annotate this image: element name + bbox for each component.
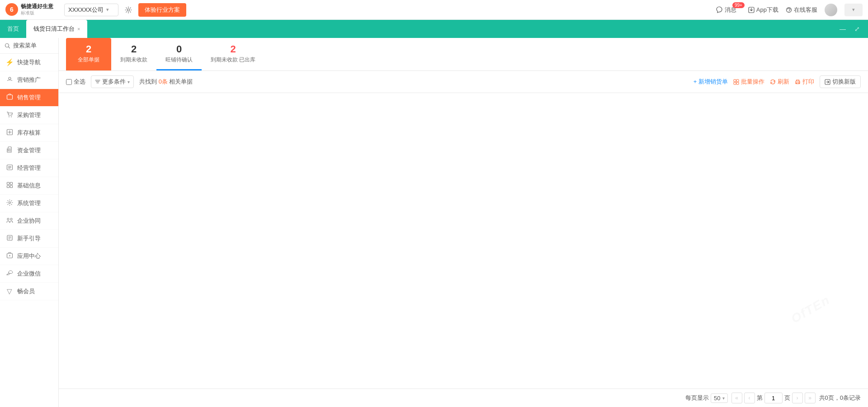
last-page-button[interactable]: » — [805, 393, 816, 403]
sidebar-label-wechat: 企业微信 — [17, 270, 41, 278]
found-count: 0条 — [159, 78, 168, 85]
logo-icon: 6 — [5, 3, 18, 16]
page-size-dropdown[interactable]: 50 ▾ — [711, 393, 727, 403]
inventory-icon — [5, 129, 14, 137]
filter-button[interactable]: 更多条件 ▾ — [91, 75, 134, 88]
online-service-button[interactable]: 在线客服 — [786, 6, 817, 14]
svg-rect-16 — [10, 186, 12, 188]
sidebar-item-marketing[interactable]: 营销推广 — [0, 71, 58, 89]
batch-operations-button[interactable]: 批量操作 — [733, 78, 764, 86]
svg-rect-25 — [736, 82, 739, 84]
prev-page-button[interactable]: ‹ — [744, 393, 755, 403]
industry-button[interactable]: 体验行业方案 — [138, 3, 186, 17]
tab-actions: — ⤢ — [837, 23, 868, 34]
print-button[interactable]: 打印 — [795, 78, 814, 86]
user-menu[interactable]: ▾ — [844, 4, 863, 16]
stats-tab-overdue[interactable]: 2 到期未收款 — [111, 38, 156, 70]
sidebar-item-quick-nav[interactable]: ⚡ 快捷导航 — [0, 54, 58, 71]
stats-tab-all[interactable]: 2 全部单据 — [66, 38, 111, 70]
tab-home-label: 首页 — [7, 25, 19, 33]
sidebar-item-guide[interactable]: 新手引导 — [0, 230, 58, 248]
filter-label: 更多条件 — [102, 78, 126, 86]
maximize-button[interactable]: ⤢ — [852, 23, 863, 34]
cooperation-icon — [5, 217, 14, 225]
svg-point-18 — [7, 218, 9, 220]
company-name: XXXXXX公司 — [68, 6, 104, 14]
tab-bar: 首页 钱货日清工作台 × — ⤢ — [0, 20, 868, 38]
add-label: + 新增销货单 — [693, 78, 728, 86]
stats-num-all: 2 — [86, 43, 91, 55]
select-all-checkbox[interactable]: 全选 — [66, 78, 85, 86]
company-selector[interactable]: XXXXXX公司 ▾ — [64, 4, 118, 16]
member-icon: ▽ — [5, 287, 14, 295]
switch-version-button[interactable]: 切换新版 — [820, 75, 861, 88]
next-page-button[interactable]: › — [792, 393, 803, 403]
tab-cashflow[interactable]: 钱货日清工作台 × — [26, 20, 87, 38]
stats-tab-overdue-out[interactable]: 2 到期未收款 已出库 — [202, 38, 264, 70]
toolbar-left: 全选 更多条件 ▾ 共找到 0条 相关单据 — [66, 75, 688, 88]
print-label: 打印 — [802, 78, 814, 86]
logo-area: 6 畅捷通好生意 标准版 — [5, 3, 64, 16]
stats-tabs: 2 全部单据 2 到期未收款 0 旺铺待确认 2 到期未收款 已出库 — [59, 38, 868, 71]
sidebar-item-wechat[interactable]: 企业微信 — [0, 265, 58, 283]
header-right: 消息 99+ App下载 在线客服 ▾ — [716, 4, 863, 16]
sidebar-item-operations[interactable]: 经营管理 — [0, 159, 58, 177]
sidebar-item-system[interactable]: 系统管理 — [0, 195, 58, 212]
avatar[interactable] — [825, 4, 837, 16]
sidebar-label-sales: 销售管理 — [17, 94, 41, 102]
sidebar-item-purchase[interactable]: 采购管理 — [0, 107, 58, 124]
svg-point-8 — [11, 117, 12, 117]
stats-label-pending: 旺铺待确认 — [165, 56, 193, 64]
sidebar-item-finance[interactable]: 资金管理 — [0, 142, 58, 159]
service-label: 在线客服 — [794, 6, 817, 14]
sidebar-label-purchase: 采购管理 — [17, 111, 41, 119]
chevron-down-icon: ▾ — [106, 7, 109, 13]
stats-tab-pending[interactable]: 0 旺铺待确认 — [156, 38, 202, 70]
operations-icon — [5, 164, 14, 172]
sidebar-label-cooperation: 企业协同 — [17, 217, 41, 225]
sidebar-item-member[interactable]: ▽ 畅会员 — [0, 283, 58, 300]
svg-point-17 — [9, 202, 10, 204]
stats-num-overdue-out: 2 — [231, 43, 236, 55]
app-download-button[interactable]: App下载 — [748, 6, 778, 14]
first-page-button[interactable]: « — [731, 393, 742, 403]
tab-cashflow-label: 钱货日清工作台 — [33, 25, 75, 33]
page-number-input[interactable] — [764, 393, 783, 403]
page-size-selector: 每页显示 50 ▾ — [685, 393, 727, 403]
basic-icon — [5, 182, 14, 190]
minimize-button[interactable]: — — [837, 23, 848, 34]
toolbar: 全选 更多条件 ▾ 共找到 0条 相关单据 + 新增销货单 — [59, 71, 868, 93]
table-area — [59, 93, 868, 388]
tab-home[interactable]: 首页 — [0, 20, 26, 38]
svg-rect-24 — [734, 82, 736, 84]
add-sales-order-button[interactable]: + 新增销货单 — [693, 78, 728, 86]
tab-close-icon[interactable]: × — [77, 26, 80, 32]
sidebar-label-operations: 经营管理 — [17, 164, 41, 172]
logo-text: 畅捷通好生意 标准版 — [21, 3, 53, 16]
sidebar-search[interactable]: 搜索菜单 — [0, 38, 58, 54]
marketing-icon — [5, 76, 14, 84]
page-total: 共0页，0条记录 — [819, 394, 861, 402]
sidebar-item-cooperation[interactable]: 企业协同 — [0, 212, 58, 230]
sidebar-label-system: 系统管理 — [17, 199, 41, 207]
sales-icon — [5, 94, 14, 102]
batch-label: 批量操作 — [741, 78, 764, 86]
sidebar-item-app-center[interactable]: 应用中心 — [0, 248, 58, 265]
svg-point-11 — [9, 149, 10, 150]
stats-label-overdue: 到期未收款 — [120, 56, 147, 64]
sidebar-item-basic[interactable]: 基础信息 — [0, 177, 58, 195]
svg-point-0 — [127, 9, 130, 11]
svg-rect-23 — [736, 80, 739, 82]
page-size-value: 50 — [714, 395, 720, 402]
select-all-input[interactable] — [66, 79, 72, 85]
message-button[interactable]: 消息 99+ — [716, 6, 741, 14]
settings-button[interactable] — [122, 4, 135, 16]
svg-rect-13 — [7, 182, 9, 185]
sidebar-label-basic: 基础信息 — [17, 182, 41, 190]
sidebar-item-inventory[interactable]: 库存核算 — [0, 124, 58, 142]
search-menu-label: 搜索菜单 — [13, 42, 37, 50]
sidebar-label-member: 畅会员 — [17, 287, 35, 295]
refresh-button[interactable]: 刷新 — [770, 78, 789, 86]
sidebar-item-sales[interactable]: 销售管理 — [0, 89, 58, 107]
svg-rect-6 — [7, 95, 12, 99]
